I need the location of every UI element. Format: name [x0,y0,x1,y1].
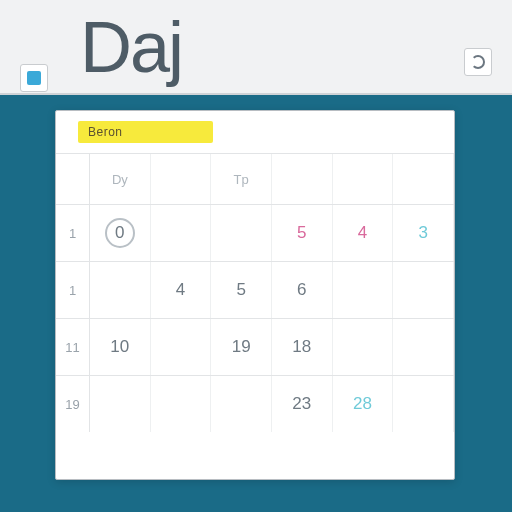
day-cell[interactable]: 5 [211,262,272,318]
day-cell[interactable] [151,205,212,261]
day-cell[interactable] [151,319,212,375]
week-number: 1 [56,205,90,261]
day-cell[interactable]: 3 [393,205,454,261]
refresh-button[interactable] [464,48,492,76]
day-cell[interactable]: 5 [272,205,333,261]
week-number: 19 [56,376,90,432]
weekday-header [333,154,394,204]
weekday-header [272,154,333,204]
day-cell[interactable]: 6 [272,262,333,318]
calendar-row: 19 23 28 [56,375,454,432]
app-title: Daj [80,6,182,88]
calendar-row: 1 4 5 6 [56,261,454,318]
weekday-header: Dy [90,154,151,204]
calendar-row: 11 10 19 18 [56,318,454,375]
week-number: 11 [56,319,90,375]
day-cell[interactable]: 19 [211,319,272,375]
day-cell[interactable]: 10 [90,319,151,375]
day-cell[interactable]: 23 [272,376,333,432]
banner-label[interactable]: Beron [78,121,213,143]
day-cell[interactable]: 28 [333,376,394,432]
day-cell[interactable] [393,376,454,432]
day-cell[interactable] [333,262,394,318]
calendar-banner: Beron [56,111,454,153]
day-cell[interactable] [90,376,151,432]
swatch-icon [27,71,41,85]
day-cell[interactable]: 18 [272,319,333,375]
day-cell[interactable] [393,319,454,375]
day-cell[interactable] [211,205,272,261]
day-cell[interactable] [151,376,212,432]
day-cell[interactable]: 0 [90,205,151,261]
day-cell[interactable] [90,262,151,318]
weekday-header: Tp [211,154,272,204]
day-cell[interactable] [393,262,454,318]
weekday-header [393,154,454,204]
day-cell[interactable] [211,376,272,432]
week-number: 1 [56,262,90,318]
app-header: Daj [0,0,512,95]
refresh-icon [471,55,485,69]
day-cell[interactable]: 4 [333,205,394,261]
header-spacer [56,154,90,204]
day-cell[interactable] [333,319,394,375]
calendar-row: 1 0 5 4 3 [56,204,454,261]
today-marker: 0 [105,218,135,248]
calendar-window: Beron Dy Tp 1 0 5 4 3 1 4 5 6 11 10 19 1… [55,110,455,480]
weekday-header [151,154,212,204]
color-swatch-button[interactable] [20,64,48,92]
day-cell[interactable]: 4 [151,262,212,318]
weekday-header-row: Dy Tp [56,153,454,204]
